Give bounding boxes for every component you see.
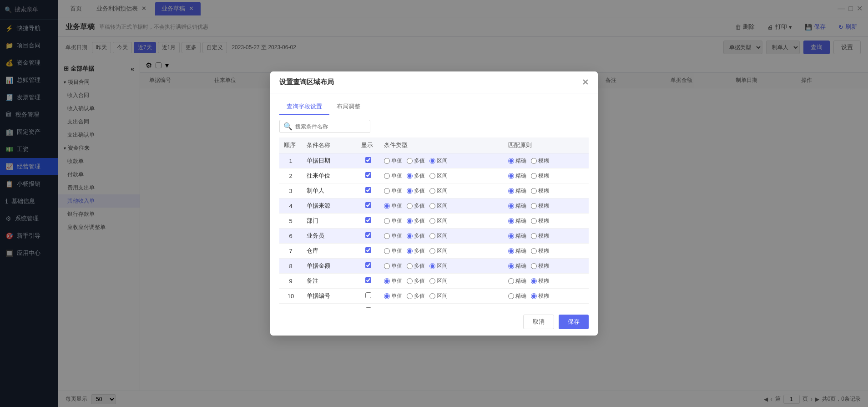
row-show-checkbox-3[interactable] — [361, 187, 375, 194]
row-seq-4: 4 — [279, 198, 302, 214]
row-seq-10: 10 — [279, 289, 302, 304]
checkbox-10[interactable] — [365, 292, 371, 298]
checkbox-7[interactable] — [365, 247, 371, 253]
checkbox-1[interactable] — [365, 157, 371, 163]
row-type-single-8[interactable]: 单值 — [384, 262, 402, 270]
row-type-multi-8[interactable]: 多值 — [407, 262, 425, 270]
row-match-group-6: 精确模糊 — [508, 232, 584, 240]
row-type-single-6[interactable]: 单值 — [384, 232, 402, 240]
row-type-multi-10[interactable]: 多值 — [407, 292, 425, 300]
row-show-checkbox-5[interactable] — [361, 217, 375, 224]
dialog-tab-field-settings[interactable]: 查询字段设置 — [279, 99, 329, 115]
row-show-checkbox-4[interactable] — [361, 202, 375, 209]
row-match-group-2: 精确模糊 — [508, 172, 584, 180]
dialog-tab-layout-adjust[interactable]: 布局调整 — [329, 99, 368, 115]
row-type-range-2[interactable]: 区间 — [429, 172, 448, 180]
checkbox-3[interactable] — [365, 187, 371, 193]
row-match-exact-2[interactable]: 精确 — [508, 172, 526, 180]
row-show-checkbox-6[interactable] — [361, 232, 375, 239]
row-match-fuzzy-6[interactable]: 模糊 — [531, 232, 549, 240]
row-match-exact-9[interactable]: 精确 — [508, 277, 526, 285]
row-show-checkbox-10[interactable] — [361, 292, 375, 300]
row-match-exact-6[interactable]: 精确 — [508, 232, 526, 240]
dialog-table-row: 9备注单值多值区间精确模糊 — [279, 274, 589, 289]
row-match-fuzzy-9[interactable]: 模糊 — [531, 277, 549, 285]
row-type-range-10[interactable]: 区间 — [429, 292, 448, 300]
dialog-table-row: 8单据金额单值多值区间精确模糊 — [279, 259, 589, 274]
row-type-single-9[interactable]: 单值 — [384, 277, 402, 285]
dialog-col-条件名称: 条件名称 — [302, 137, 357, 153]
row-type-single-5[interactable]: 单值 — [384, 217, 402, 225]
row-match-fuzzy-2[interactable]: 模糊 — [531, 172, 549, 180]
row-type-multi-5[interactable]: 多值 — [407, 217, 425, 225]
row-show-checkbox-9[interactable] — [361, 277, 375, 285]
row-match-fuzzy-8[interactable]: 模糊 — [531, 262, 549, 270]
row-match-fuzzy-10[interactable]: 模糊 — [531, 292, 549, 300]
row-match-exact-10[interactable]: 精确 — [508, 292, 526, 300]
row-type-range-1[interactable]: 区间 — [429, 157, 448, 165]
modal-overlay: 设置查询区域布局 ✕ 查询字段设置布局调整 🔍 顺序条件名称显示条件类型匹配原则… — [0, 0, 868, 407]
checkbox-4[interactable] — [365, 202, 371, 208]
row-show-checkbox-2[interactable] — [361, 172, 375, 179]
dialog-search-input[interactable] — [295, 123, 366, 130]
row-seq-7: 7 — [279, 244, 302, 259]
row-match-fuzzy-7[interactable]: 模糊 — [531, 247, 549, 255]
dialog-save-button[interactable]: 保存 — [559, 315, 589, 329]
row-type-single-7[interactable]: 单值 — [384, 247, 402, 255]
row-type-single-1[interactable]: 单值 — [384, 157, 402, 165]
row-type-multi-4[interactable]: 多值 — [407, 202, 425, 210]
row-type-multi-3[interactable]: 多值 — [407, 187, 425, 195]
row-type-single-10[interactable]: 单值 — [384, 292, 402, 300]
row-match-exact-1[interactable]: 精确 — [508, 157, 526, 165]
row-type-range-5[interactable]: 区间 — [429, 217, 448, 225]
row-type-range-4[interactable]: 区间 — [429, 202, 448, 210]
row-seq-2: 2 — [279, 168, 302, 183]
row-match-fuzzy-5[interactable]: 模糊 — [531, 217, 549, 225]
row-type-single-2[interactable]: 单值 — [384, 172, 402, 180]
dialog-col-匹配原则: 匹配原则 — [504, 137, 589, 153]
dialog-table-row: 7仓库单值多值区间精确模糊 — [279, 244, 589, 259]
row-match-exact-4[interactable]: 精确 — [508, 202, 526, 210]
row-type-multi-9[interactable]: 多值 — [407, 277, 425, 285]
row-seq-3: 3 — [279, 183, 302, 198]
dialog-search-box[interactable]: 🔍 — [279, 120, 370, 133]
row-match-exact-3[interactable]: 精确 — [508, 187, 526, 195]
row-type-single-4[interactable]: 单值 — [384, 202, 402, 210]
row-type-group-3: 单值多值区间 — [384, 187, 499, 195]
row-match-group-9: 精确模糊 — [508, 277, 584, 285]
dialog-table-row: 10单据编号单值多值区间精确模糊 — [279, 289, 589, 304]
row-match-fuzzy-1[interactable]: 模糊 — [531, 157, 549, 165]
cancel-button[interactable]: 取消 — [523, 315, 554, 329]
row-seq-5: 5 — [279, 214, 302, 229]
row-show-checkbox-8[interactable] — [361, 262, 375, 270]
checkbox-2[interactable] — [365, 172, 371, 178]
row-type-single-3[interactable]: 单值 — [384, 187, 402, 195]
row-type-range-3[interactable]: 区间 — [429, 187, 448, 195]
checkbox-5[interactable] — [365, 217, 371, 223]
row-type-multi-6[interactable]: 多值 — [407, 232, 425, 240]
row-type-multi-2[interactable]: 多值 — [407, 172, 425, 180]
checkbox-9[interactable] — [365, 277, 371, 283]
row-type-range-9[interactable]: 区间 — [429, 277, 448, 285]
row-type-multi-7[interactable]: 多值 — [407, 247, 425, 255]
checkbox-8[interactable] — [365, 262, 371, 268]
dialog-table-row: 1单据日期单值多值区间精确模糊 — [279, 153, 589, 168]
row-type-range-6[interactable]: 区间 — [429, 232, 448, 240]
settings-dialog: 设置查询区域布局 ✕ 查询字段设置布局调整 🔍 顺序条件名称显示条件类型匹配原则… — [270, 71, 598, 336]
row-type-range-7[interactable]: 区间 — [429, 247, 448, 255]
row-type-group-8: 单值多值区间 — [384, 262, 499, 270]
row-type-range-8[interactable]: 区间 — [429, 262, 448, 270]
dialog-close-button[interactable]: ✕ — [582, 78, 589, 86]
row-show-checkbox-1[interactable] — [361, 157, 375, 164]
row-name-6: 业务员 — [302, 229, 357, 244]
row-match-group-4: 精确模糊 — [508, 202, 584, 210]
row-show-checkbox-7[interactable] — [361, 247, 375, 254]
row-type-multi-1[interactable]: 多值 — [407, 157, 425, 165]
checkbox-6[interactable] — [365, 232, 371, 238]
row-match-fuzzy-3[interactable]: 模糊 — [531, 187, 549, 195]
row-match-fuzzy-4[interactable]: 模糊 — [531, 202, 549, 210]
row-match-exact-7[interactable]: 精确 — [508, 247, 526, 255]
row-name-2: 往来单位 — [302, 168, 357, 183]
row-match-exact-8[interactable]: 精确 — [508, 262, 526, 270]
row-match-exact-5[interactable]: 精确 — [508, 217, 526, 225]
